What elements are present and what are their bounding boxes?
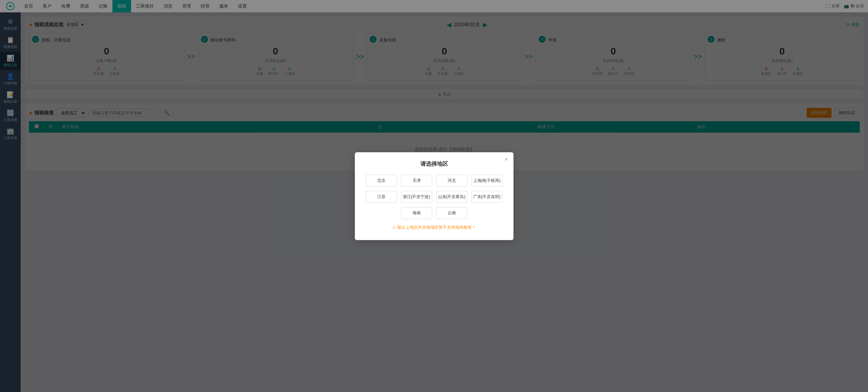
region-btn-zhejiang[interactable]: 浙江(不含宁波) <box>401 191 432 203</box>
warning-text: ⚠ 除以上地区外其他地区暂不支持报税检查！ <box>366 225 502 230</box>
modal-title: 请选择地区 <box>366 161 502 168</box>
warning-icon: ⚠ <box>392 225 396 230</box>
region-row-2: 江苏 浙江(不含宁波) 山东(不含青岛) 广东(不含深圳) <box>366 191 502 203</box>
region-btn-shanghai[interactable]: 上海(电子税局) <box>471 175 502 187</box>
region-btn-shandong[interactable]: 山东(不含青岛) <box>436 191 467 203</box>
region-btn-beijing[interactable]: 北京 <box>366 175 397 187</box>
region-btn-yunnan[interactable]: 云南 <box>436 207 467 219</box>
region-btn-jiangsu[interactable]: 江苏 <box>366 191 397 203</box>
modal-close-button[interactable]: × <box>505 156 508 163</box>
region-btn-guangdong[interactable]: 广东(不含深圳) <box>471 191 502 203</box>
modal-overlay: × 请选择地区 北京 天津 河北 上海(电子税局) 江苏 浙江(不含宁波) 山东… <box>0 0 868 392</box>
region-btn-tianjin[interactable]: 天津 <box>401 175 432 187</box>
region-btn-hebei[interactable]: 河北 <box>436 175 467 187</box>
region-row-1: 北京 天津 河北 上海(电子税局) <box>366 175 502 187</box>
region-select-modal: × 请选择地区 北京 天津 河北 上海(电子税局) 江苏 浙江(不含宁波) 山东… <box>355 152 513 240</box>
region-row-3: 海南 云南 <box>366 207 502 219</box>
region-btn-hainan[interactable]: 海南 <box>401 207 432 219</box>
